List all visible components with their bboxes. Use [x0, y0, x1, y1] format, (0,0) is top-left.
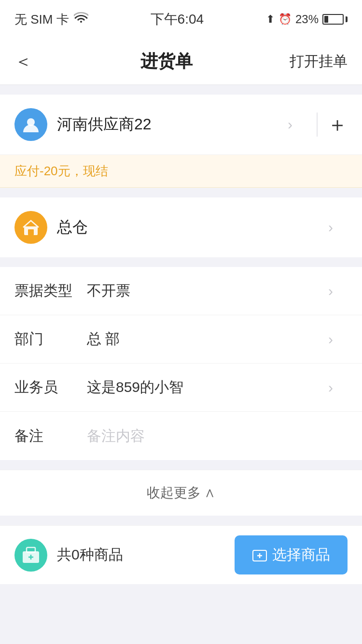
dept-label: 部门: [14, 329, 72, 349]
divider-1: [0, 85, 362, 95]
status-right: ⬆ ⏰ 23%: [266, 13, 348, 26]
carrier-label: 无 SIM 卡: [14, 11, 69, 28]
warehouse-icon: [14, 211, 47, 244]
status-left: 无 SIM 卡: [14, 11, 88, 28]
remark-label: 备注: [14, 426, 72, 446]
wifi-icon: [74, 12, 88, 27]
dept-chevron-icon: ›: [328, 331, 333, 348]
open-pending-button[interactable]: 打开挂单: [290, 52, 348, 71]
sales-row[interactable]: 业务员 这是859的小智 ›: [0, 364, 362, 412]
select-product-button[interactable]: 选择商品: [235, 535, 348, 574]
nav-bar: ＜ 进货单 打开挂单: [0, 39, 362, 85]
supplier-row[interactable]: 河南供应商22 › ＋: [0, 95, 362, 155]
divider-2: [0, 188, 362, 197]
warehouse-section: 总仓 ›: [0, 197, 362, 257]
sales-value: 这是859的小智: [72, 378, 328, 397]
dept-value: 总 部: [72, 329, 328, 349]
collapse-row[interactable]: 收起更多 ∧: [0, 470, 362, 516]
back-button[interactable]: ＜: [14, 50, 43, 73]
bottom-bar: 共0种商品 选择商品: [0, 525, 362, 584]
location-icon: ⬆: [266, 13, 275, 26]
select-product-label: 选择商品: [272, 545, 330, 565]
form-section: 票据类型 不开票 › 部门 总 部 › 业务员 这是859的小智 › 备注 备注…: [0, 267, 362, 460]
alarm-icon: ⏰: [278, 13, 292, 26]
warehouse-chevron-icon: ›: [328, 219, 333, 236]
notice-text: 应付-20元，现结: [14, 164, 108, 178]
svg-rect-2: [28, 229, 34, 235]
invoice-label: 票据类型: [14, 281, 72, 301]
warehouse-row[interactable]: 总仓 ›: [0, 197, 362, 257]
supplier-chevron-icon: ›: [288, 116, 292, 133]
sales-chevron-icon: ›: [328, 379, 333, 396]
page-title: 进货单: [140, 50, 193, 73]
status-bar: 无 SIM 卡 下午6:04 ⬆ ⏰ 23%: [0, 0, 362, 39]
invoice-row[interactable]: 票据类型 不开票 ›: [0, 267, 362, 315]
remark-input[interactable]: 备注内容: [72, 426, 348, 446]
time-label: 下午6:04: [151, 10, 204, 28]
battery-percent: 23%: [295, 13, 319, 26]
supplier-divider: [317, 112, 318, 137]
remark-row[interactable]: 备注 备注内容: [0, 412, 362, 460]
invoice-value: 不开票: [72, 281, 328, 301]
product-count-icon: [14, 539, 47, 572]
warehouse-name: 总仓: [57, 217, 328, 238]
product-count-text: 共0种商品: [57, 545, 235, 565]
supplier-section: 河南供应商22 › ＋ 应付-20元，现结: [0, 95, 362, 188]
battery-icon: [322, 14, 348, 25]
sales-label: 业务员: [14, 378, 72, 397]
collapse-label: 收起更多 ∧: [147, 484, 216, 502]
dept-row[interactable]: 部门 总 部 ›: [0, 315, 362, 364]
notice-bar: 应付-20元，现结: [0, 155, 362, 188]
invoice-chevron-icon: ›: [328, 283, 333, 299]
add-button[interactable]: ＋: [327, 111, 348, 138]
supplier-name: 河南供应商22: [57, 114, 288, 135]
supplier-avatar: [14, 108, 47, 141]
